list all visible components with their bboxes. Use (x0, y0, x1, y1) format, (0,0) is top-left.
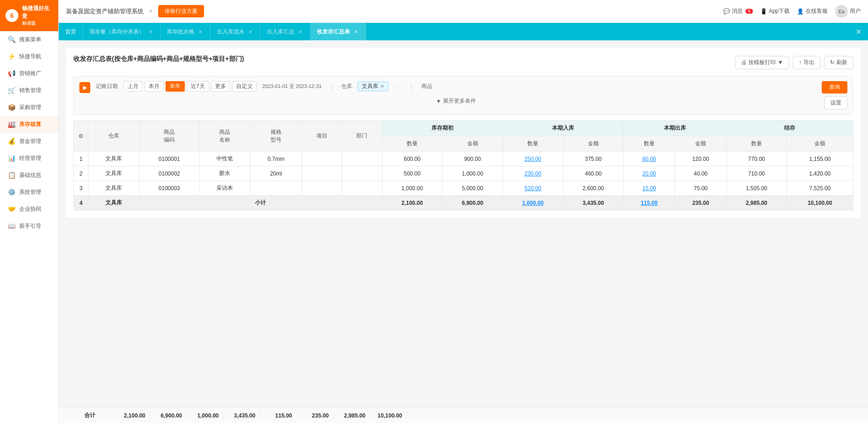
cell-out-qty[interactable]: 15.00 (624, 181, 675, 196)
sidebar-item-system[interactable]: ⚙️系统管理 (0, 184, 58, 201)
cell-closing-amt: 7,525.00 (787, 181, 853, 196)
sidebar-item-operations[interactable]: 📊经营管理 (0, 150, 58, 167)
sidebar-item-guide[interactable]: 📖新手引导 (0, 218, 58, 235)
total-cell-3: 3,435.00 (224, 412, 260, 419)
subtotal-opening-amt: 6,900.00 (442, 196, 503, 210)
tab-close-batch[interactable]: ✕ (197, 28, 204, 35)
expand-more-btn[interactable]: ▼ 展开更多条件 (96, 97, 816, 105)
cell-opening-qty: 600.00 (382, 152, 442, 166)
tab-label-stock: 现存量（库存分布表） (89, 28, 144, 36)
cell-no: 1 (74, 152, 88, 166)
sidebar-label-system: 系统管理 (19, 188, 41, 196)
total-cell-2: 1,000.00 (187, 412, 224, 419)
tab-close-summary[interactable]: ✕ (297, 28, 304, 35)
refresh-icon: ↻ (830, 59, 835, 66)
message-icon: 💬 (723, 8, 730, 15)
cell-in-amt: 460.00 (563, 166, 624, 181)
cell-goods-name: 中性笔 (199, 152, 250, 166)
date-btn-本月[interactable]: 本月 (144, 81, 164, 92)
cell-no: 3 (74, 181, 88, 196)
tab-flow[interactable]: 出入库流水✕ (210, 23, 260, 40)
tab-summary[interactable]: 出入库汇总✕ (260, 23, 310, 40)
subtotal-in-qty[interactable]: 1,000.00 (503, 196, 563, 210)
query-btn[interactable]: 查询 (822, 81, 847, 93)
tab-close-flow[interactable]: ✕ (247, 28, 254, 35)
page-title: 收发存汇总表(按仓库+商品编码+商品+规格型号+项目+部门) (73, 55, 244, 63)
date-btn-上月[interactable]: 上月 (123, 81, 143, 92)
sidebar-label-marketing: 营销推广 (19, 70, 41, 77)
tab-close-stock[interactable]: ✕ (147, 28, 154, 35)
download-icon: 📱 (760, 8, 767, 15)
data-table: ⚙ 仓库 商品编码 商品名称 规格型号 项目 部门 库存期初 本期入库 本期出库… (73, 120, 853, 210)
tab-stock[interactable]: 现存量（库存分布表）✕ (83, 23, 160, 40)
cell-closing-amt: 1,420.00 (787, 166, 853, 181)
cell-out-qty[interactable]: 20.00 (624, 166, 675, 181)
sidebar-item-enterprise[interactable]: 🤝企业协同 (0, 201, 58, 218)
cell-in-qty[interactable]: 520.00 (503, 181, 563, 196)
cell-warehouse: 文具库 (88, 181, 139, 196)
sidebar-item-marketing[interactable]: 📢营销推广 (0, 65, 58, 82)
tab-bar-close-btn[interactable]: ✕ (849, 23, 868, 40)
cell-in-qty[interactable]: 230.00 (503, 166, 563, 181)
sidebar-item-finance[interactable]: 💰资金管理 (0, 133, 58, 150)
table-settings-icon[interactable]: ⚙ (74, 121, 88, 152)
total-label-text: 合计 (84, 412, 95, 419)
cell-goods-spec: 20ml (250, 166, 302, 181)
table-row: 1 文具库 0100001 中性笔 0.7mm 600.00 900.00 25… (74, 152, 853, 166)
col-opening-amt: 金额 (442, 136, 503, 152)
sidebar-item-quick[interactable]: ⚡快捷导航 (0, 48, 58, 65)
cell-department (342, 166, 382, 181)
sidebar-item-search[interactable]: 🔍搜索菜单 (0, 31, 58, 48)
goods-dots[interactable]: ··· (438, 83, 445, 90)
experience-btn[interactable]: 体验行业方案 (158, 5, 204, 17)
user-btn[interactable]: Ea 用户 (835, 5, 861, 18)
system-title: 装备及固定资产辅助管理系统 (66, 7, 144, 16)
col-group-closing: 结存 (726, 121, 853, 136)
filter-toggle-btn[interactable]: ▶ (79, 82, 90, 93)
warehouse-tag-close[interactable]: ✕ (380, 83, 384, 89)
filter-settings-btn[interactable]: 设置 (824, 96, 847, 110)
warehouse-tag[interactable]: 文具库 ✕ (358, 82, 388, 91)
warehouse-dots[interactable]: ··· (394, 83, 401, 90)
subtotal-out-qty[interactable]: 115.00 (624, 196, 675, 210)
cell-goods-code: 0100002 (139, 166, 199, 181)
date-btn-自定义[interactable]: 自定义 (232, 81, 257, 92)
bottom-total-bar: 合计 2,100.006,900.001,000.003,435.00115.0… (59, 407, 868, 423)
total-cell-5: 235.00 (297, 412, 334, 419)
cell-out-qty[interactable]: 80.00 (624, 152, 675, 166)
cell-closing-qty: 770.00 (726, 152, 787, 166)
refresh-btn[interactable]: ↻ 刷新 (824, 56, 853, 69)
cell-in-qty[interactable]: 250.00 (503, 152, 563, 166)
sidebar-item-inventory[interactable]: 🏭库存核算 (0, 116, 58, 133)
sidebar-item-purchase[interactable]: 📦采购管理 (0, 99, 58, 116)
app-download-btn[interactable]: 📱 App下载 (760, 7, 790, 15)
page-container: 收发存汇总表(按仓库+商品编码+商品+规格型号+项目+部门) 🖨 按模板打印 ▼… (66, 48, 861, 218)
export-btn[interactable]: ↑ 导出 (793, 56, 820, 69)
date-btn-近7天[interactable]: 近7天 (187, 81, 209, 92)
date-btn-更多[interactable]: 更多 (211, 81, 230, 92)
tab-container: 首页现存量（库存分布表）✕库存批次账✕出入库流水✕出入库汇总✕收发存汇总表✕ (59, 23, 849, 40)
tab-receipt[interactable]: 收发存汇总表✕ (310, 23, 366, 40)
tab-home[interactable]: 首页 (59, 23, 83, 40)
sidebar-item-sales[interactable]: 🛒销售管理 (0, 82, 58, 99)
logo-subtitle: 标准版 (22, 20, 53, 27)
sidebar-label-quick: 快捷导航 (19, 53, 41, 60)
total-cell-6: 2,985.00 (334, 412, 370, 419)
online-support-btn[interactable]: 👤 在线客服 (797, 7, 828, 15)
tab-batch[interactable]: 库存批次账✕ (160, 23, 210, 40)
print-btn[interactable]: 🖨 按模板打印 ▼ (735, 56, 789, 69)
basic-icon: 📋 (7, 171, 16, 179)
support-icon: 👤 (797, 8, 804, 15)
sidebar-item-basic[interactable]: 📋基础信息 (0, 167, 58, 184)
cell-opening-qty: 500.00 (382, 166, 442, 181)
finance-icon: 💰 (7, 137, 16, 145)
col-in-qty: 数量 (503, 136, 563, 152)
guide-icon: 📖 (7, 222, 16, 230)
date-btn-本年[interactable]: 本年 (166, 81, 185, 92)
top-bar: 装备及固定资产辅助管理系统 ▼ 体验行业方案 💬 消息 6 📱 App下载 👤 … (59, 0, 868, 23)
tab-label-batch: 库存批次账 (167, 28, 194, 36)
col-department: 部门 (342, 121, 382, 152)
tab-close-receipt[interactable]: ✕ (353, 28, 359, 35)
subtotal-warehouse: 文具库 (88, 196, 139, 210)
message-btn[interactable]: 💬 消息 6 (723, 7, 753, 15)
